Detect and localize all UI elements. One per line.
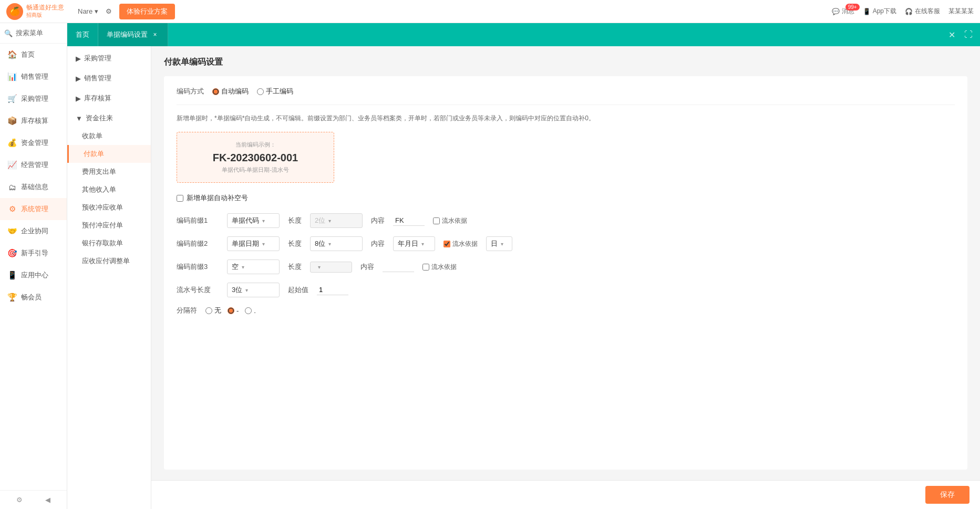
tab-maximize-button[interactable]: ⛶ bbox=[961, 27, 976, 42]
sidebar-item-basic-label: 基础信息 bbox=[21, 182, 48, 192]
user-info[interactable]: 某某某某 bbox=[948, 7, 974, 16]
prefix-2-stream-cb[interactable] bbox=[443, 241, 450, 247]
sidebar-item-home[interactable]: 🏠 首页 bbox=[0, 44, 67, 66]
prefix-1-length-label: 长度 bbox=[288, 216, 302, 225]
prefix-2-length-select[interactable]: 8位 ▾ bbox=[310, 236, 363, 251]
auto-fill-label: 新增单据自动补空号 bbox=[187, 193, 248, 203]
prefix-3-length-select[interactable]: ▾ bbox=[310, 262, 352, 273]
sidebar-item-sales[interactable]: 📊 销售管理 bbox=[0, 66, 67, 88]
separator-options: 无 - . bbox=[205, 306, 256, 315]
prefix-3-stream-cb[interactable] bbox=[422, 264, 429, 271]
prefix-2-stream-unit-select[interactable]: 日 ▾ bbox=[486, 236, 512, 251]
tab-close-icon[interactable]: × bbox=[151, 30, 159, 39]
sidebar-item-finance[interactable]: 💰 资金管理 bbox=[0, 132, 67, 154]
manual-encoding-option[interactable]: 手工编码 bbox=[257, 87, 293, 96]
sub-menu-payment[interactable]: 付款单 bbox=[67, 145, 151, 163]
form-card: 编码方式 自动编码 手工编码 新增单据时，*单据编码*自动生成，不可编 bbox=[164, 76, 967, 470]
search-icon: 🔍 bbox=[4, 29, 13, 37]
sub-menu-bank-deposit-label: 银行存取款单 bbox=[82, 238, 123, 248]
sidebar-item-guide[interactable]: 🎯 新手引导 bbox=[0, 242, 67, 264]
code-preview-title: 当前编码示例： bbox=[190, 141, 321, 149]
top-nav-controls: Nare ▾ ⚙ 体验行业方案 bbox=[78, 4, 175, 19]
sub-menu-expense-label: 费用支出单 bbox=[82, 167, 116, 176]
auto-fill-row[interactable]: 新增单据自动补空号 bbox=[177, 193, 955, 203]
main-content: 首页 单据编码设置 × ✕ ⛶ ▶ 采购管理 bbox=[67, 23, 980, 509]
sidebar-item-system[interactable]: ⚙ 系统管理 bbox=[0, 198, 67, 220]
logo-icon: 🍊 bbox=[6, 3, 23, 20]
sales-icon: 📊 bbox=[7, 72, 17, 81]
sub-menu-purchase-toggle[interactable]: ▶ 采购管理 bbox=[67, 49, 151, 67]
prefix-2-length-value: 8位 bbox=[315, 239, 325, 248]
tab-close-button[interactable]: ✕ bbox=[944, 27, 959, 42]
settings-icon[interactable]: ⚙ bbox=[101, 4, 116, 19]
sep-none-radio[interactable] bbox=[205, 307, 212, 314]
sep-none-option[interactable]: 无 bbox=[205, 306, 221, 315]
sub-menu-receipt-label: 收款单 bbox=[82, 131, 102, 141]
sub-menu-expense[interactable]: 费用支出单 bbox=[67, 163, 151, 181]
sub-menu-other-income[interactable]: 其他收入单 bbox=[67, 181, 151, 199]
sub-menu-bank-deposit[interactable]: 银行存取款单 bbox=[67, 234, 151, 252]
sub-menu-payable-adj[interactable]: 应收应付调整单 bbox=[67, 252, 151, 270]
sep-dash-option[interactable]: - bbox=[228, 307, 239, 315]
manual-encoding-radio[interactable] bbox=[257, 88, 264, 95]
sidebar-item-apps[interactable]: 📱 应用中心 bbox=[0, 264, 67, 286]
code-preview-sub: 单据代码-单据日期-流水号 bbox=[190, 166, 321, 174]
prefix-1-stream-checkbox[interactable]: 流水依据 bbox=[433, 216, 467, 225]
prefix-2-select[interactable]: 单据日期 ▾ bbox=[227, 236, 280, 251]
sub-menu-finance-toggle[interactable]: ▼ 资金往来 bbox=[67, 109, 151, 127]
sidebar-item-inventory-label: 库存核算 bbox=[21, 116, 48, 126]
sub-menu-advance-receivable[interactable]: 预收冲应收单 bbox=[67, 199, 151, 216]
collapse-icon[interactable]: ◀ bbox=[45, 496, 50, 504]
sidebar-item-finance-label: 资金管理 bbox=[21, 138, 48, 148]
sub-menu-inventory-toggle[interactable]: ▶ 库存核算 bbox=[67, 89, 151, 107]
sep-dash-radio[interactable] bbox=[228, 307, 234, 314]
prefix-2-stream-checkbox[interactable]: 流水依据 bbox=[443, 240, 478, 248]
prefix-3-content-input[interactable] bbox=[383, 262, 414, 272]
code-preview-value: FK-20230602-001 bbox=[190, 152, 321, 164]
tab-home[interactable]: 首页 bbox=[67, 23, 98, 46]
sidebar-search[interactable]: 🔍 搜索菜单 bbox=[0, 23, 67, 44]
sidebar-item-home-label: 首页 bbox=[21, 50, 35, 59]
headset-icon: 🎧 bbox=[905, 8, 913, 15]
prefix-row-3: 编码前缀3 空 ▾ 长度 ▾ 内容 bbox=[177, 259, 955, 274]
prefix-row-1: 编码前缀1 单据代码 ▾ 长度 2位 ▾ 内容 bbox=[177, 213, 955, 228]
start-value-input[interactable] bbox=[317, 285, 348, 295]
sub-menu-receipt[interactable]: 收款单 bbox=[67, 127, 151, 145]
auto-fill-checkbox[interactable] bbox=[177, 195, 183, 202]
sep-dot-option[interactable]: . bbox=[245, 307, 256, 315]
sep-dot-radio[interactable] bbox=[245, 307, 252, 314]
prefix-2-label: 编码前缀2 bbox=[177, 239, 219, 248]
guide-icon: 🎯 bbox=[7, 248, 17, 258]
nav-select[interactable]: Nare ▾ bbox=[78, 7, 98, 15]
sub-menu-sales-toggle[interactable]: ▶ 销售管理 bbox=[67, 69, 151, 87]
app-download-item[interactable]: 📱 App下载 bbox=[863, 7, 896, 16]
message-item[interactable]: 💬 消息 99+ bbox=[832, 7, 854, 16]
serial-length-select[interactable]: 3位 ▾ bbox=[227, 283, 280, 297]
prefix-3-select[interactable]: 空 ▾ bbox=[227, 259, 280, 274]
sidebar-item-basic[interactable]: 🗂 基础信息 bbox=[0, 176, 67, 198]
prefix-3-stream-checkbox[interactable]: 流水依据 bbox=[422, 263, 457, 272]
save-button[interactable]: 保存 bbox=[925, 486, 969, 504]
sidebar-item-corp[interactable]: 🤝 企业协同 bbox=[0, 220, 67, 242]
bottom-settings-icon[interactable]: ⚙ bbox=[16, 496, 23, 504]
prefix-1-length-select[interactable]: 2位 ▾ bbox=[310, 213, 363, 228]
tab-code-setting[interactable]: 单据编码设置 × bbox=[98, 23, 168, 46]
encoding-method-label: 编码方式 bbox=[177, 87, 204, 96]
sidebar-item-member[interactable]: 🏆 畅会员 bbox=[0, 286, 67, 308]
prefix-1-select[interactable]: 单据代码 ▾ bbox=[227, 213, 280, 228]
prefix-2-select-value: 单据日期 bbox=[232, 239, 259, 248]
auto-encoding-option[interactable]: 自动编码 bbox=[212, 87, 249, 96]
separator-row: 分隔符 无 - bbox=[177, 306, 955, 315]
prefix-1-stream-cb[interactable] bbox=[433, 217, 440, 224]
prefix-2-content-select[interactable]: 年月日 ▾ bbox=[393, 236, 435, 251]
serial-row: 流水号长度 3位 ▾ 起始值 bbox=[177, 283, 955, 297]
prefix-1-content-input[interactable] bbox=[393, 215, 425, 226]
auto-encoding-radio[interactable] bbox=[212, 88, 219, 95]
sidebar-item-purchase[interactable]: 🛒 采购管理 bbox=[0, 88, 67, 110]
sidebar-item-operation[interactable]: 📈 经营管理 bbox=[0, 154, 67, 176]
start-label: 起始值 bbox=[288, 285, 308, 295]
trial-button[interactable]: 体验行业方案 bbox=[119, 4, 175, 19]
online-service-item[interactable]: 🎧 在线客服 bbox=[905, 7, 940, 16]
sidebar-item-inventory[interactable]: 📦 库存核算 bbox=[0, 110, 67, 132]
sub-menu-advance-payable[interactable]: 预付冲应付单 bbox=[67, 216, 151, 234]
